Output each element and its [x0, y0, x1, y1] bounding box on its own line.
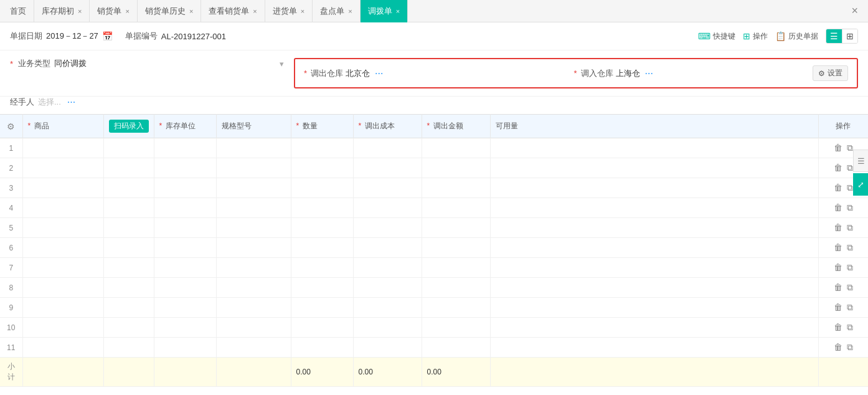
copy-row-icon[interactable]: ⧉: [847, 242, 853, 252]
row-product[interactable]: [22, 158, 103, 178]
row-cost[interactable]: [353, 278, 422, 298]
row-spec[interactable]: [216, 298, 291, 318]
row-qty[interactable]: [291, 178, 353, 198]
row-unit[interactable]: [154, 338, 216, 358]
row-spec[interactable]: [216, 158, 291, 178]
row-qty[interactable]: [291, 318, 353, 338]
row-unit[interactable]: [154, 138, 216, 158]
row-unit[interactable]: [154, 258, 216, 278]
copy-row-icon[interactable]: ⧉: [847, 342, 853, 352]
row-qty[interactable]: [291, 138, 353, 158]
row-cost[interactable]: [353, 138, 422, 158]
out-warehouse-more-icon[interactable]: ···: [375, 68, 383, 79]
tab-view-sales[interactable]: 查看销货单 ×: [201, 0, 265, 22]
row-amount[interactable]: [422, 298, 490, 318]
row-product[interactable]: [22, 318, 103, 338]
business-type-dropdown-icon[interactable]: ▾: [280, 59, 284, 69]
row-spec[interactable]: [216, 238, 291, 258]
delete-row-icon[interactable]: 🗑: [834, 183, 842, 193]
row-unit[interactable]: [154, 178, 216, 198]
row-cost[interactable]: [353, 158, 422, 178]
row-qty[interactable]: [291, 278, 353, 298]
row-spec[interactable]: [216, 218, 291, 238]
row-qty[interactable]: [291, 298, 353, 318]
row-qty[interactable]: [291, 218, 353, 238]
copy-row-icon[interactable]: ⧉: [847, 143, 853, 153]
operations-action[interactable]: ⊞ 操作: [743, 31, 768, 42]
copy-row-icon[interactable]: ⧉: [847, 163, 853, 173]
copy-row-icon[interactable]: ⧉: [847, 322, 853, 332]
calendar-icon[interactable]: 📅: [102, 31, 113, 41]
delete-row-icon[interactable]: 🗑: [834, 202, 842, 212]
close-stocktake[interactable]: ×: [348, 7, 352, 15]
row-product[interactable]: [22, 178, 103, 198]
delete-row-icon[interactable]: 🗑: [834, 342, 842, 352]
table-settings-icon[interactable]: ⚙: [7, 121, 15, 131]
row-cost[interactable]: [353, 238, 422, 258]
row-amount[interactable]: [422, 158, 490, 178]
close-sales-order[interactable]: ×: [125, 7, 129, 15]
row-qty[interactable]: [291, 338, 353, 358]
delete-row-icon[interactable]: 🗑: [834, 302, 842, 312]
layout-grid-btn[interactable]: ⊞: [842, 29, 857, 43]
row-cost[interactable]: [353, 258, 422, 278]
delete-row-icon[interactable]: 🗑: [834, 262, 842, 272]
business-type-value[interactable]: 同价调拨: [54, 58, 273, 69]
row-product[interactable]: [22, 258, 103, 278]
in-warehouse-value[interactable]: 上海仓: [616, 68, 640, 79]
row-amount[interactable]: [422, 238, 490, 258]
copy-row-icon[interactable]: ⧉: [847, 183, 853, 193]
side-list-tool[interactable]: ☰: [853, 150, 868, 172]
row-product[interactable]: [22, 218, 103, 238]
row-amount[interactable]: [422, 138, 490, 158]
tab-stocktake[interactable]: 盘点单 ×: [313, 0, 360, 22]
close-transfer[interactable]: ×: [396, 7, 400, 15]
row-qty[interactable]: [291, 158, 353, 178]
copy-row-icon[interactable]: ⧉: [847, 282, 853, 292]
scan-entry-button[interactable]: 扫码录入: [109, 120, 149, 133]
row-amount[interactable]: [422, 258, 490, 278]
tab-inventory-init[interactable]: 库存期初 ×: [34, 0, 90, 22]
row-product[interactable]: [22, 238, 103, 258]
row-unit[interactable]: [154, 238, 216, 258]
row-cost[interactable]: [353, 338, 422, 358]
row-product[interactable]: [22, 298, 103, 318]
row-spec[interactable]: [216, 178, 291, 198]
copy-row-icon[interactable]: ⧉: [847, 222, 853, 232]
row-amount[interactable]: [422, 318, 490, 338]
row-amount[interactable]: [422, 178, 490, 198]
tab-sales-history[interactable]: 销货单历史 ×: [138, 0, 201, 22]
agent-select[interactable]: 选择...: [38, 97, 61, 108]
row-qty[interactable]: [291, 258, 353, 278]
row-spec[interactable]: [216, 198, 291, 218]
row-spec[interactable]: [216, 278, 291, 298]
row-product[interactable]: [22, 278, 103, 298]
row-unit[interactable]: [154, 278, 216, 298]
delete-row-icon[interactable]: 🗑: [834, 322, 842, 332]
warehouse-settings-button[interactable]: ⚙ 设置: [813, 65, 848, 81]
row-cost[interactable]: [353, 178, 422, 198]
agent-more-icon[interactable]: ···: [67, 97, 75, 108]
row-unit[interactable]: [154, 298, 216, 318]
copy-row-icon[interactable]: ⧉: [847, 202, 853, 212]
row-product[interactable]: [22, 138, 103, 158]
out-warehouse-value[interactable]: 北京仓: [346, 68, 370, 79]
row-amount[interactable]: [422, 218, 490, 238]
row-cost[interactable]: [353, 218, 422, 238]
row-qty[interactable]: [291, 238, 353, 258]
row-unit[interactable]: [154, 318, 216, 338]
history-action[interactable]: 📋 历史单据: [775, 31, 818, 42]
row-spec[interactable]: [216, 338, 291, 358]
row-product[interactable]: [22, 338, 103, 358]
row-qty[interactable]: [291, 198, 353, 218]
delete-row-icon[interactable]: 🗑: [834, 282, 842, 292]
row-spec[interactable]: [216, 138, 291, 158]
tab-sales-order[interactable]: 销货单 ×: [90, 0, 137, 22]
close-inventory-init[interactable]: ×: [78, 7, 82, 15]
row-unit[interactable]: [154, 218, 216, 238]
row-cost[interactable]: [353, 298, 422, 318]
row-spec[interactable]: [216, 258, 291, 278]
row-unit[interactable]: [154, 198, 216, 218]
copy-row-icon[interactable]: ⧉: [847, 302, 853, 312]
in-warehouse-more-icon[interactable]: ···: [645, 68, 653, 79]
